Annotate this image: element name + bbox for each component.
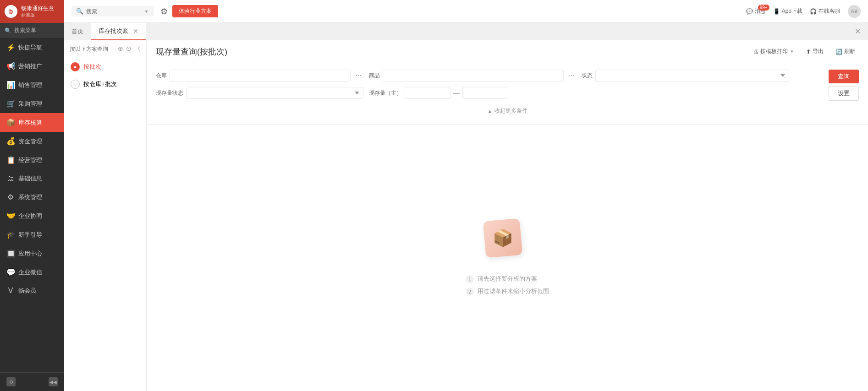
- topbar-search-input[interactable]: [86, 8, 141, 15]
- sidebar-item-apps[interactable]: 🔲应用中心: [0, 244, 64, 263]
- sidebar: b 畅康通好生意 标准版 🔍 搜索菜单 ⚡快捷导航📢营销推广📊销售管理🛒采购管理…: [0, 0, 64, 391]
- close-all-tabs-btn[interactable]: ✕: [847, 23, 868, 40]
- topbar-dropdown-icon[interactable]: ▼: [144, 9, 149, 14]
- main-area: 🔍 ▼ ⚙ 体验行业方案 💬 消息 99+ 📱 App下载 🎧 在线客服 Rit: [64, 0, 868, 391]
- left-panel-icons: ⊕ ⊙ 《: [118, 45, 141, 53]
- query-btn[interactable]: 查询: [829, 70, 859, 83]
- tab-label-home: 首页: [71, 27, 83, 36]
- sidebar-item-inventory[interactable]: 📦库存核算: [0, 113, 64, 132]
- collapse-up-icon: ▲: [487, 108, 493, 114]
- settings-footer-icon[interactable]: ⚙: [6, 377, 16, 386]
- sidebar-header: b 畅康通好生意 标准版: [0, 0, 64, 23]
- tab-home[interactable]: 首页: [64, 23, 91, 40]
- hint-text-2: 用过滤条件来缩小分析范围: [478, 287, 549, 295]
- sidebar-search[interactable]: 🔍 搜索菜单: [0, 23, 64, 38]
- sidebar-item-operations[interactable]: 📋经营管理: [0, 151, 64, 169]
- nav-icon-sales: 📊: [6, 81, 15, 89]
- filter-row-1: 仓库 ··· 商品 ··· 状态: [156, 70, 859, 81]
- nav-icon-basics: 🗂: [6, 174, 15, 183]
- product-label: 商品: [369, 72, 380, 80]
- messages-icon: 💬: [746, 8, 753, 15]
- filter-status: 状态 正常 停用: [582, 70, 789, 81]
- nav-icon-wechat: 💬: [6, 268, 15, 277]
- experience-btn[interactable]: 体验行业方案: [172, 5, 218, 17]
- print-dropdown-icon[interactable]: ▼: [790, 49, 794, 54]
- scheme-list: ●按批次○按仓库+批次: [64, 58, 146, 93]
- sidebar-item-purchase[interactable]: 🛒采购管理: [0, 94, 64, 113]
- filter-inventory-main: 现存量（主） —: [369, 87, 577, 99]
- inventory-main-from[interactable]: [405, 87, 450, 99]
- scheme-label-by-batch: 按批次: [83, 63, 101, 71]
- sidebar-item-vip[interactable]: V畅会员: [0, 282, 64, 300]
- left-panel: 按以下方案查询 ⊕ ⊙ 《 ●按批次○按仓库+批次: [64, 40, 147, 391]
- sidebar-item-sales[interactable]: 📊销售管理: [0, 76, 64, 94]
- scheme-item-by-warehouse-batch[interactable]: ○按仓库+批次: [64, 76, 146, 93]
- nav-icon-operations: 📋: [6, 156, 15, 164]
- brand-name: 畅康通好生意: [21, 5, 54, 12]
- app-download-btn[interactable]: 📱 App下载: [773, 7, 802, 15]
- print-icon: 🖨: [753, 49, 758, 55]
- inventory-main-to[interactable]: [462, 87, 508, 99]
- collapse-panel-btn[interactable]: 《: [134, 45, 141, 53]
- topbar-settings-icon[interactable]: ⚙: [160, 6, 168, 16]
- warehouse-more-btn[interactable]: ···: [353, 71, 363, 80]
- online-service-btn[interactable]: 🎧 在线客服: [810, 7, 841, 15]
- collapse-filter-btn[interactable]: ▲ 收起更多条件: [156, 104, 859, 118]
- product-input[interactable]: [383, 70, 564, 81]
- messages-btn[interactable]: 💬 消息 99+: [746, 7, 766, 15]
- sidebar-item-marketing[interactable]: 📢营销推广: [0, 57, 64, 76]
- inventory-status-label: 现存量状态: [156, 89, 183, 97]
- sidebar-item-system[interactable]: ⚙系统管理: [0, 188, 64, 206]
- sidebar-item-basics[interactable]: 🗂基础信息: [0, 169, 64, 188]
- tab-inventory-batch[interactable]: 库存批次账✕: [91, 23, 146, 40]
- scheme-dot-by-batch: ●: [71, 62, 80, 71]
- tab-close-inventory-batch[interactable]: ✕: [133, 27, 138, 35]
- sidebar-item-quick-nav[interactable]: ⚡快捷导航: [0, 38, 64, 57]
- nav-label-sales: 销售管理: [18, 81, 42, 89]
- nav-label-marketing: 营销推广: [18, 62, 42, 71]
- export-icon: ⬆: [806, 49, 811, 55]
- topbar-right: 💬 消息 99+ 📱 App下载 🎧 在线客服 Rit: [746, 5, 861, 18]
- nav-icon-quick-nav: ⚡: [6, 43, 15, 52]
- nav-icon-system: ⚙: [6, 193, 15, 201]
- sidebar-nav: ⚡快捷导航📢营销推广📊销售管理🛒采购管理📦库存核算💰资金管理📋经营管理🗂基础信息…: [0, 38, 64, 372]
- nav-label-operations: 经营管理: [18, 156, 42, 164]
- nav-label-wechat: 企业微信: [18, 268, 42, 277]
- status-select[interactable]: 正常 停用: [595, 70, 789, 81]
- sidebar-item-newbie[interactable]: 🎓新手引导: [0, 225, 64, 244]
- topbar-search-icon: 🔍: [76, 8, 83, 15]
- results-area: 📦 1请先选择要分析的方案2用过滤条件来缩小分析范围: [147, 125, 868, 391]
- search-icon: 🔍: [5, 27, 11, 34]
- content-area: 按以下方案查询 ⊕ ⊙ 《 ●按批次○按仓库+批次 现存量查询(按批次) 🖨: [64, 40, 868, 391]
- scheme-item-by-batch[interactable]: ●按批次: [64, 58, 146, 76]
- nav-icon-inventory: 📦: [6, 118, 15, 127]
- add-scheme-btn[interactable]: ⊕: [118, 45, 123, 53]
- export-btn[interactable]: ⬆ 导出: [802, 46, 827, 57]
- sidebar-item-enterprise[interactable]: 🤝企业协同: [0, 206, 64, 225]
- empty-hints: 1请先选择要分析的方案2用过滤条件来缩小分析范围: [466, 275, 549, 296]
- page-header: 现存量查询(按批次) 🖨 按模板打印 ▼ ⬆ 导出 🔄 刷新: [147, 40, 868, 63]
- inventory-main-dash: —: [453, 89, 460, 97]
- online-service-icon: 🎧: [810, 8, 817, 15]
- print-template-btn[interactable]: 🖨 按模板打印 ▼: [749, 46, 798, 57]
- refresh-btn[interactable]: 🔄 刷新: [832, 46, 859, 57]
- inventory-status-select[interactable]: 全部 有库存 负库存: [186, 87, 363, 99]
- nav-label-apps: 应用中心: [18, 250, 42, 258]
- topbar-search-wrap: 🔍 ▼: [71, 6, 154, 16]
- sidebar-item-wechat[interactable]: 💬企业微信: [0, 263, 64, 282]
- user-name: Rit: [851, 9, 857, 14]
- user-profile-btn[interactable]: Rit: [848, 5, 861, 18]
- product-more-btn[interactable]: ···: [566, 71, 576, 80]
- app-download-icon: 📱: [773, 8, 780, 15]
- hint-num-1: 1: [466, 275, 474, 283]
- main-content: 现存量查询(按批次) 🖨 按模板打印 ▼ ⬆ 导出 🔄 刷新: [147, 40, 868, 391]
- collapse-sidebar-btn[interactable]: ◀◀: [49, 377, 58, 386]
- user-avatar: Rit: [848, 5, 861, 18]
- scheme-settings-btn[interactable]: ⊙: [126, 45, 132, 53]
- filter-warehouse: 仓库 ···: [156, 70, 363, 81]
- refresh-icon: 🔄: [835, 49, 842, 55]
- warehouse-input[interactable]: [170, 70, 351, 81]
- left-panel-header: 按以下方案查询 ⊕ ⊙ 《: [64, 40, 146, 58]
- sidebar-item-finance[interactable]: 💰资金管理: [0, 132, 64, 151]
- settings-btn[interactable]: 设置: [829, 86, 859, 101]
